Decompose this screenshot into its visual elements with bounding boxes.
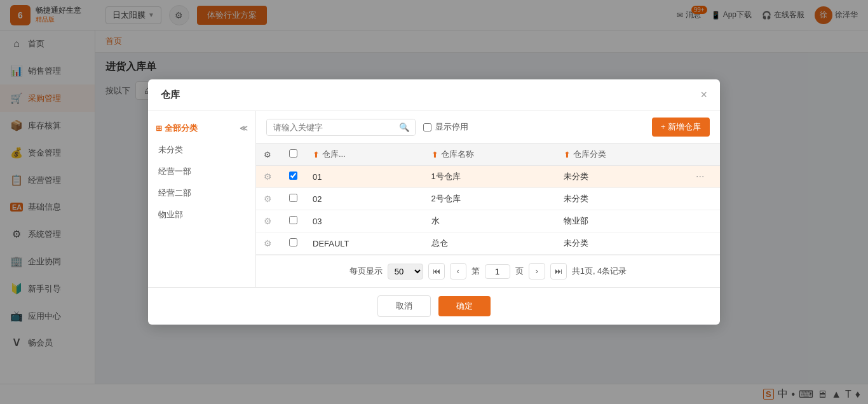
total-info: 共1页, 4条记录 xyxy=(572,266,627,277)
prev-page-button[interactable]: ‹ xyxy=(450,263,466,279)
table-row[interactable]: ⚙ 01 1号仓库 未分类 ··· xyxy=(256,166,720,188)
search-input[interactable] xyxy=(267,119,394,135)
all-categories-header[interactable]: ⊞ 全部分类 ≪ xyxy=(148,118,255,139)
confirm-button[interactable]: 确定 xyxy=(438,296,491,316)
all-categories-label: 全部分类 xyxy=(165,123,240,134)
modal-footer: 取消 确定 xyxy=(148,287,720,325)
th-gear: ⚙ xyxy=(256,144,281,166)
row-name: 水 xyxy=(424,210,556,232)
show-disabled-label[interactable]: 显示停用 xyxy=(423,121,468,133)
last-page-button[interactable]: ⏭ xyxy=(550,263,567,279)
row-checkbox xyxy=(281,166,305,188)
page-unit: 页 xyxy=(515,266,524,277)
cancel-button[interactable]: 取消 xyxy=(377,295,431,317)
row-actions xyxy=(688,232,720,255)
page-text: 第 xyxy=(471,266,480,277)
row-code: DEFAULT xyxy=(305,232,424,255)
table-row[interactable]: ⚙ DEFAULT 总仓 未分类 xyxy=(256,232,720,255)
modal-body: ⊞ 全部分类 ≪ 未分类 经营一部 经营二部 物业部 xyxy=(148,111,720,287)
row-gear-icon[interactable]: ⚙ xyxy=(264,172,272,182)
cat-item-dept1[interactable]: 经营一部 xyxy=(148,161,255,182)
modal-toolbar: 🔍 显示停用 + 新增仓库 xyxy=(256,111,720,144)
collapse-icon[interactable]: ≪ xyxy=(240,124,248,133)
per-page-label: 每页显示 xyxy=(349,266,383,277)
row-actions: ··· xyxy=(688,166,720,188)
row-actions xyxy=(688,210,720,232)
warehouse-table: ⚙ ⬆ 仓库... xyxy=(256,144,720,255)
th-actions xyxy=(688,144,720,166)
row-select-checkbox[interactable] xyxy=(289,194,297,202)
row-select-checkbox[interactable] xyxy=(289,238,297,246)
row-code: 02 xyxy=(305,188,424,210)
row-name: 2号仓库 xyxy=(424,188,556,210)
row-gear-icon[interactable]: ⚙ xyxy=(264,238,272,248)
row-gear-icon[interactable]: ⚙ xyxy=(264,216,272,226)
search-box: 🔍 xyxy=(266,119,416,136)
page-number-input[interactable] xyxy=(485,264,510,279)
next-page-button[interactable]: › xyxy=(529,263,545,279)
row-checkbox xyxy=(281,232,305,255)
select-all-checkbox[interactable] xyxy=(289,149,297,158)
modal-table-area: 🔍 显示停用 + 新增仓库 ⚙ xyxy=(256,111,720,287)
row-code: 01 xyxy=(305,166,424,188)
grid-icon: ⊞ xyxy=(156,124,162,133)
row-gear-icon[interactable]: ⚙ xyxy=(264,194,272,204)
row-code: 03 xyxy=(305,210,424,232)
row-name: 总仓 xyxy=(424,232,556,255)
table-row[interactable]: ⚙ 03 水 物业部 xyxy=(256,210,720,232)
cat-item-unclassified[interactable]: 未分类 xyxy=(148,139,255,161)
row-name: 1号仓库 xyxy=(424,166,556,188)
cat-item-property[interactable]: 物业部 xyxy=(148,204,255,226)
modal-close-button[interactable]: × xyxy=(700,88,707,102)
th-code: ⬆ 仓库... xyxy=(305,144,424,166)
name-sort[interactable]: ⬆ 仓库名称 xyxy=(431,149,548,160)
th-category: ⬆ 仓库分类 xyxy=(556,144,688,166)
first-page-button[interactable]: ⏮ xyxy=(428,263,445,279)
add-warehouse-button[interactable]: + 新增仓库 xyxy=(652,118,710,137)
row-select-checkbox[interactable] xyxy=(289,216,297,224)
row-category: 未分类 xyxy=(556,232,688,255)
data-table: ⚙ ⬆ 仓库... xyxy=(256,144,720,255)
per-page-select[interactable]: 50 100 xyxy=(388,264,423,279)
gear-icon[interactable]: ⚙ xyxy=(264,150,271,159)
show-disabled-checkbox[interactable] xyxy=(423,123,431,131)
row-gear: ⚙ xyxy=(256,188,281,210)
row-category: 未分类 xyxy=(556,188,688,210)
sort-cat-icon: ⬆ xyxy=(564,150,571,159)
table-row[interactable]: ⚙ 02 2号仓库 未分类 xyxy=(256,188,720,210)
row-more-button[interactable]: ··· xyxy=(696,171,704,182)
row-gear: ⚙ xyxy=(256,210,281,232)
code-sort[interactable]: ⬆ 仓库... xyxy=(313,149,416,160)
row-category: 物业部 xyxy=(556,210,688,232)
row-gear: ⚙ xyxy=(256,166,281,188)
row-checkbox xyxy=(281,188,305,210)
modal-header: 仓库 × xyxy=(148,79,720,111)
th-name: ⬆ 仓库名称 xyxy=(424,144,556,166)
th-checkbox xyxy=(281,144,305,166)
cat-item-dept2[interactable]: 经营二部 xyxy=(148,182,255,204)
row-gear: ⚙ xyxy=(256,232,281,255)
row-actions xyxy=(688,188,720,210)
sort-name-icon: ⬆ xyxy=(431,150,438,159)
row-checkbox xyxy=(281,210,305,232)
sort-icon: ⬆ xyxy=(313,150,320,159)
row-select-checkbox[interactable] xyxy=(289,172,297,180)
modal-title: 仓库 xyxy=(161,89,180,101)
warehouse-modal: 仓库 × ⊞ 全部分类 ≪ 未分类 经营一部 经营二部 物业部 xyxy=(148,79,720,325)
search-button[interactable]: 🔍 xyxy=(394,119,415,135)
row-category: 未分类 xyxy=(556,166,688,188)
pagination: 每页显示 50 100 ⏮ ‹ 第 页 › ⏭ 共1页, 4条记录 xyxy=(256,255,720,287)
category-sort[interactable]: ⬆ 仓库分类 xyxy=(564,149,681,160)
category-sidebar: ⊞ 全部分类 ≪ 未分类 经营一部 经营二部 物业部 xyxy=(148,111,256,287)
